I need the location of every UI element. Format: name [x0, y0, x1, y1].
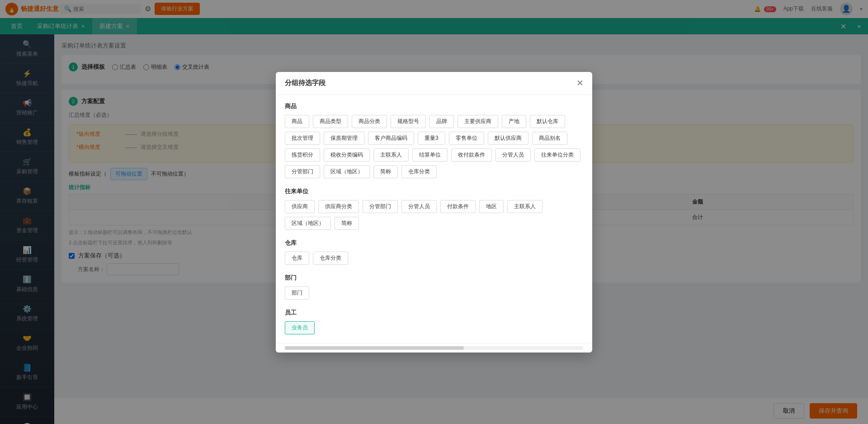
chip-goods[interactable]: 商品: [285, 115, 309, 128]
chip-retail-unit[interactable]: 零售单位: [449, 132, 484, 145]
chip-main-supplier[interactable]: 主要供应商: [458, 115, 498, 128]
partner-chips: 供应商 供应商分类 分管部门 分管人员 付款条件 地区 主联系人 区域（地区） …: [285, 200, 583, 230]
chip-spec-model[interactable]: 规格型号: [391, 115, 426, 128]
chip-goods-type[interactable]: 商品类型: [313, 115, 348, 128]
section-warehouse-title: 仓库: [285, 239, 583, 247]
chip-tax-code[interactable]: 税收分类编码: [324, 148, 370, 162]
chip-supplier-category[interactable]: 供应商分类: [318, 200, 359, 213]
chip-pick-score[interactable]: 拣货积分: [285, 148, 320, 162]
chip-dept[interactable]: 分管部门: [285, 165, 320, 178]
chip-alias[interactable]: 商品别名: [532, 132, 567, 145]
section-warehouse: 仓库 仓库 仓库分类: [285, 239, 583, 265]
section-partner-title: 往来单位: [285, 187, 583, 195]
chip-default-supplier[interactable]: 默认供应商: [488, 132, 528, 145]
chip-default-warehouse[interactable]: 默认仓库: [530, 115, 565, 128]
employee-chips: 业务员: [285, 321, 583, 334]
chip-salesperson[interactable]: 业务员: [285, 321, 315, 334]
chip-warehouse-cat[interactable]: 仓库分类: [401, 165, 437, 178]
modal-overlay[interactable]: 分组待选字段 ✕ 商品 商品 商品类型 商品分类 规格型号 品牌 主要供应商 产…: [0, 0, 868, 424]
chip-payment-term[interactable]: 收付款条件: [451, 148, 492, 162]
chip-partner-category[interactable]: 往来单位分类: [534, 148, 580, 162]
chip-short-name2[interactable]: 简称: [335, 217, 359, 230]
modal-dialog: 分组待选字段 ✕ 商品 商品 商品类型 商品分类 规格型号 品牌 主要供应商 产…: [276, 72, 592, 353]
goods-chips: 商品 商品类型 商品分类 规格型号 品牌 主要供应商 产地 默认仓库 批次管理 …: [285, 115, 583, 178]
chip-short-name[interactable]: 简称: [373, 165, 398, 178]
chip-pay-term[interactable]: 付款条件: [440, 200, 476, 213]
chip-settle-unit[interactable]: 结算单位: [412, 148, 448, 162]
section-employee-title: 员工: [285, 309, 583, 317]
modal-title: 分组待选字段: [285, 79, 326, 87]
chip-region[interactable]: 区域（地区）: [324, 165, 370, 178]
chip-main-contact[interactable]: 主联系人: [373, 148, 409, 162]
chip-batch[interactable]: 批次管理: [285, 132, 320, 145]
department-chips: 部门: [285, 286, 583, 300]
chip-partner-dept[interactable]: 分管部门: [363, 200, 398, 213]
chip-supervisor[interactable]: 分管人员: [495, 148, 531, 162]
chip-expiry[interactable]: 保质期管理: [324, 132, 364, 145]
modal-close-icon[interactable]: ✕: [576, 78, 583, 88]
modal-body: 商品 商品 商品类型 商品分类 规格型号 品牌 主要供应商 产地 默认仓库 批次…: [276, 95, 592, 343]
horizontal-scrollbar[interactable]: [285, 346, 583, 350]
warehouse-chips: 仓库 仓库分类: [285, 252, 583, 265]
section-department-title: 部门: [285, 274, 583, 282]
scrollbar-thumb[interactable]: [285, 346, 464, 350]
chip-goods-category[interactable]: 商品分类: [352, 115, 387, 128]
chip-weight[interactable]: 重量3: [418, 132, 445, 145]
chip-origin[interactable]: 产地: [502, 115, 526, 128]
section-employee: 员工 业务员: [285, 309, 583, 334]
chip-main-contact2[interactable]: 主联系人: [507, 200, 542, 213]
section-partner: 往来单位 供应商 供应商分类 分管部门 分管人员 付款条件 地区 主联系人 区域…: [285, 187, 583, 230]
section-goods-title: 商品: [285, 102, 583, 110]
chip-brand[interactable]: 品牌: [429, 115, 454, 128]
chip-warehouse-category[interactable]: 仓库分类: [313, 252, 348, 265]
section-goods: 商品 商品 商品类型 商品分类 规格型号 品牌 主要供应商 产地 默认仓库 批次…: [285, 102, 583, 178]
modal-header: 分组待选字段 ✕: [276, 72, 592, 95]
chip-department[interactable]: 部门: [285, 286, 309, 300]
chip-customer-code[interactable]: 客户商品编码: [368, 132, 414, 145]
chip-partner-supervisor[interactable]: 分管人员: [401, 200, 437, 213]
chip-supplier[interactable]: 供应商: [285, 200, 315, 213]
chip-region2[interactable]: 区域（地区）: [285, 217, 331, 230]
chip-warehouse[interactable]: 仓库: [285, 252, 309, 265]
modal-scrollbar-area: [276, 343, 592, 353]
section-department: 部门 部门: [285, 274, 583, 300]
chip-area[interactable]: 地区: [479, 200, 504, 213]
